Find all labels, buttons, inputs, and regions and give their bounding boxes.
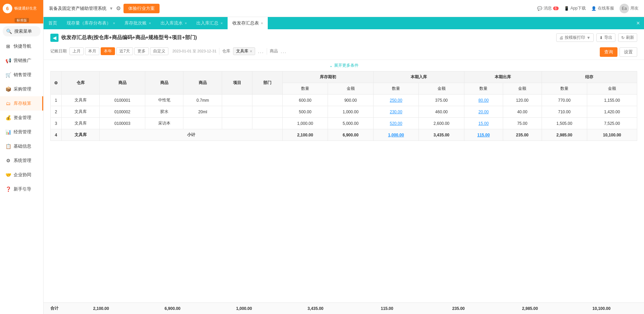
row-opening-qty: 600.00 [282,95,328,106]
tab-inout-summary-close[interactable]: × [220,21,222,25]
sidebar-item-label: 系统管理 [14,158,31,164]
print-button[interactable]: 🖨 按模板打印 ▼ [556,33,594,42]
row-opening-qty: 1,000.00 [282,118,328,129]
purchase-icon: 📦 [5,86,11,92]
sidebar-item-sales[interactable]: 🛒 销售管理 [0,68,43,82]
row-out-amt: 75.00 [503,118,542,129]
export-button[interactable]: ⬇ 导出 [596,33,615,42]
service-icon: 👤 [591,6,596,11]
collapse-btn[interactable]: ◀ [50,34,59,42]
gear-settings-icon[interactable]: ⚙ [116,5,121,12]
message-icon: 💬 [537,6,542,11]
tab-stock-dist[interactable]: 现存量（库存分布表） × [62,17,120,29]
sidebar-item-guide[interactable]: ❓ 新手引导 [0,182,43,196]
row-in-qty[interactable]: 520.00 [373,118,419,129]
warehouse-filter-tag: 文具库 × [233,47,255,55]
row-closing-qty: 710.00 [542,106,587,118]
row-in-qty[interactable]: 250.00 [373,95,419,106]
sidebar-item-marketing[interactable]: 📢 营销推广 [0,53,43,68]
goods-more-dots[interactable]: ... [281,49,287,54]
expand-more-btn[interactable]: ⌄ 展开更多条件 [327,61,361,70]
subtotal-in-amt: 3,435.00 [419,129,464,141]
tab-batch[interactable]: 库存批次账 × [120,17,155,29]
tab-home[interactable]: 首页 [44,17,62,29]
date-btn-more[interactable]: 更多 [134,47,149,55]
tab-inout-summary[interactable]: 出入库汇总 × [192,17,227,29]
tab-inout-flow-close[interactable]: × [185,21,187,25]
refresh-icon: ↻ [621,35,625,40]
tab-inout-flow[interactable]: 出入库流水 × [156,17,192,29]
app-download-action[interactable]: 📱 App下载 [564,5,586,11]
guide-icon: ❓ [5,186,11,192]
query-button[interactable]: 查询 [600,47,617,57]
row-goods-name: 采访本 [145,118,183,129]
sidebar-item-search[interactable]: 🔍 搜索菜单 [3,26,40,36]
top-header: 装备及固定资产辅助管理系统 ▼ ⚙ 体验行业方案 💬 消息 6 📱 App下载 … [44,0,644,17]
col-settings[interactable]: ⚙ [51,71,62,95]
warehouse-tag-close[interactable]: × [250,49,252,54]
tab-inout-summary-label: 出入库汇总 [196,20,218,26]
finance-icon: 💰 [5,115,11,120]
warehouse-more-dots[interactable]: ... [258,49,264,54]
row-in-qty[interactable]: 230.00 [373,106,419,118]
header-dropdown-arrow[interactable]: ▼ [109,6,113,11]
settings-button[interactable]: 设置 [620,47,637,57]
date-btn-this-year[interactable]: 本年 [101,47,115,55]
message-label: 消息 [544,5,552,11]
tab-stock-summary-close[interactable]: × [261,21,263,25]
row-goods-code: 0100001 [100,95,145,106]
app-title: 装备及固定资产辅助管理系统 [49,5,106,12]
date-btn-7days[interactable]: 近7天 [116,47,133,55]
col-project-header: 项目 [222,71,252,95]
online-service-label: 在线客服 [598,5,614,11]
row-closing-qty: 1,505.00 [542,118,587,129]
row-warehouse: 文具库 [62,95,100,106]
sidebar-item-business[interactable]: 📊 经营管理 [0,125,43,139]
date-btn-last-month[interactable]: 上月 [69,47,84,55]
row-goods-spec: 0.7mm [183,95,222,106]
sidebar-item-inventory[interactable]: 🗂 库存核算 [0,96,43,111]
total-opening-qty: 2,100.00 [65,306,137,311]
tab-stock-dist-close[interactable]: × [113,21,115,25]
sidebar-item-finance[interactable]: 💰 资金管理 [0,111,43,125]
message-action[interactable]: 💬 消息 6 [537,5,559,11]
row-out-qty[interactable]: 80.00 [464,95,503,106]
sidebar-item-quick[interactable]: ⊞ 快捷导航 [0,39,43,53]
tab-stock-summary-label: 收发存汇总表 [232,20,259,26]
subtotal-opening-qty: 2,100.00 [282,129,328,141]
tabs-close-all[interactable]: × [632,20,644,27]
table-container: ⚙ 仓库 商品 商品 商品 项目 部门 库存期初 本期入库 本期出库 结存 数量 [44,71,644,302]
row-project [222,106,252,118]
sidebar-item-label: 新手引导 [14,186,31,192]
experience-button[interactable]: 体验行业方案 [123,4,160,13]
row-out-qty[interactable]: 20.00 [464,106,503,118]
row-dept [252,106,282,118]
sidebar-item-system[interactable]: ⚙ 系统管理 [0,153,43,168]
tabs-bar: 首页 现存量（库存分布表） × 库存批次账 × 出入库流水 × 出入库汇总 × … [44,17,644,29]
sidebar-item-purchase[interactable]: 📦 采购管理 [0,82,43,96]
tab-stock-summary[interactable]: 收发存汇总表 × [228,17,268,29]
col-goods-name-header: 商品 [145,71,183,95]
date-range-display: 2023-01-01 至 2023-12-31 [172,49,217,54]
search-icon: 🔍 [6,29,12,34]
sidebar-item-label: 企业协同 [14,172,31,178]
total-in-amt: 3,435.00 [280,306,351,311]
row-out-qty[interactable]: 15.00 [464,118,503,129]
online-service-action[interactable]: 👤 在线客服 [591,5,614,11]
refresh-button[interactable]: ↻ 刷新 [618,33,637,42]
sales-icon: 🛒 [5,72,11,78]
user-action[interactable]: Ea 用友 [620,4,639,13]
row-opening-amt: 5,000.00 [328,118,374,129]
date-btn-this-month[interactable]: 本月 [85,47,99,55]
subtotal-out-qty[interactable]: 115.00 [464,129,503,141]
sidebar-item-basic-info[interactable]: 📋 基础信息 [0,139,43,153]
tab-batch-close[interactable]: × [149,21,151,25]
subtotal-in-qty[interactable]: 1,000.00 [373,129,419,141]
main-area: 装备及固定资产辅助管理系统 ▼ ⚙ 体验行业方案 💬 消息 6 📱 App下载 … [44,0,644,314]
content-area: ◀ 收发存汇总表(按仓库+商品编码+商品+规格型号+项目+部门) 🖨 按模板打印… [44,29,644,314]
total-values: 2,100.00 6,900.00 1,000.00 3,435.00 115.… [65,306,637,311]
sidebar-item-enterprise[interactable]: 🤝 企业协同 [0,168,43,182]
date-btn-custom[interactable]: 自定义 [150,47,168,55]
page-title: 收发存汇总表(按仓库+商品编码+商品+规格型号+项目+部门) [61,34,197,41]
row-goods-code: 0100002 [100,106,145,118]
